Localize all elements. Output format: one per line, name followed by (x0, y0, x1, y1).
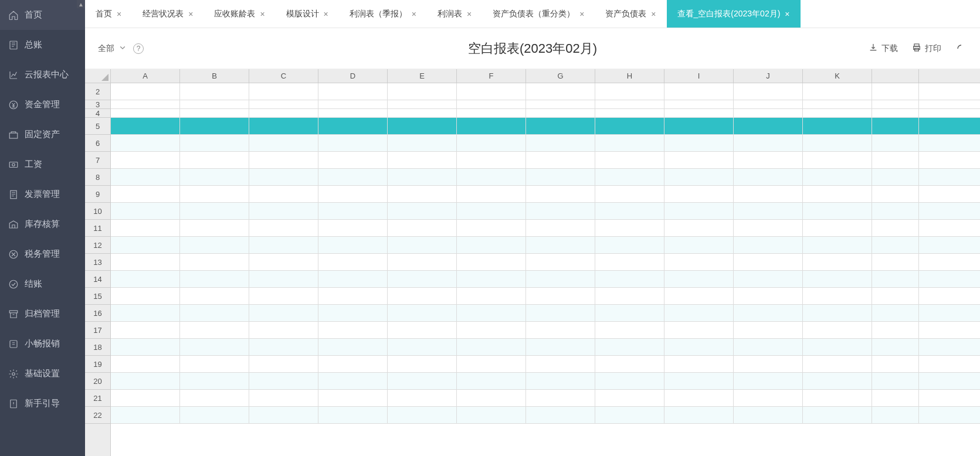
cell[interactable] (318, 83, 388, 100)
cell[interactable] (388, 288, 457, 304)
cell[interactable] (872, 339, 919, 355)
cell[interactable] (803, 203, 872, 219)
cell[interactable] (595, 135, 664, 151)
cell[interactable] (595, 203, 664, 219)
cell[interactable] (526, 254, 595, 270)
cell[interactable] (111, 254, 180, 270)
column-header[interactable] (872, 69, 919, 83)
column-header[interactable]: B (180, 69, 249, 83)
cell[interactable] (180, 322, 249, 338)
cell[interactable] (664, 135, 734, 151)
cell[interactable] (111, 407, 180, 423)
cell[interactable] (526, 356, 595, 372)
cell[interactable] (180, 288, 249, 304)
cell[interactable] (803, 288, 872, 304)
cell[interactable] (180, 254, 249, 270)
cell[interactable] (803, 254, 872, 270)
cell[interactable] (111, 322, 180, 338)
tab[interactable]: 查看_空白报表(2023年02月)× (667, 0, 801, 28)
cell[interactable] (872, 237, 919, 253)
cell[interactable] (249, 305, 318, 321)
cell[interactable] (872, 135, 919, 151)
sidebar-scroll-up[interactable]: ▲ (77, 0, 85, 8)
cell[interactable] (872, 152, 919, 168)
cell[interactable] (664, 203, 734, 219)
cell[interactable] (388, 237, 457, 253)
row-header[interactable]: 14 (85, 271, 110, 288)
cell[interactable] (595, 305, 664, 321)
cell[interactable] (526, 118, 595, 134)
cell[interactable] (111, 220, 180, 236)
cell[interactable] (180, 169, 249, 185)
cell[interactable] (388, 339, 457, 355)
cell[interactable] (526, 339, 595, 355)
cell[interactable] (111, 186, 180, 202)
cell[interactable] (249, 186, 318, 202)
cell[interactable] (526, 100, 595, 108)
cell[interactable] (249, 135, 318, 151)
cell[interactable] (457, 390, 526, 406)
row-header[interactable]: 2 (85, 83, 110, 100)
cell[interactable] (180, 118, 249, 134)
cell[interactable] (318, 254, 388, 270)
cell[interactable] (388, 220, 457, 236)
sidebar-item-ledger[interactable]: 总账 (0, 30, 85, 60)
cell[interactable] (388, 203, 457, 219)
cell[interactable] (664, 100, 734, 108)
cell[interactable] (734, 220, 803, 236)
cell[interactable] (803, 237, 872, 253)
cell[interactable] (664, 109, 734, 117)
cell[interactable] (734, 322, 803, 338)
cell[interactable] (388, 169, 457, 185)
column-header[interactable]: H (595, 69, 664, 83)
filter-dropdown[interactable]: 全部 ? (98, 43, 144, 54)
row-header[interactable]: 20 (85, 373, 110, 390)
cell[interactable] (180, 109, 249, 117)
row-header[interactable]: 22 (85, 407, 110, 424)
cell[interactable] (595, 169, 664, 185)
cell[interactable] (664, 169, 734, 185)
cell[interactable] (249, 237, 318, 253)
cell[interactable] (318, 135, 388, 151)
cell[interactable] (388, 390, 457, 406)
cell[interactable] (803, 152, 872, 168)
cell[interactable] (318, 220, 388, 236)
cell[interactable] (803, 305, 872, 321)
row-header[interactable]: 8 (85, 169, 110, 186)
refresh-icon[interactable] (955, 43, 967, 55)
cell[interactable] (249, 271, 318, 287)
cell[interactable] (318, 118, 388, 134)
cell[interactable] (249, 254, 318, 270)
print-button[interactable]: 打印 (912, 43, 941, 54)
cell[interactable] (388, 305, 457, 321)
cell[interactable] (457, 237, 526, 253)
cell[interactable] (664, 339, 734, 355)
cell[interactable] (388, 100, 457, 108)
cell[interactable] (595, 407, 664, 423)
cell[interactable] (664, 356, 734, 372)
cell[interactable] (526, 373, 595, 389)
cell[interactable] (249, 118, 318, 134)
cell[interactable] (249, 407, 318, 423)
cell[interactable] (734, 100, 803, 108)
cell[interactable] (249, 169, 318, 185)
close-icon[interactable]: × (117, 9, 121, 19)
cell[interactable] (318, 169, 388, 185)
cell[interactable] (388, 373, 457, 389)
cell[interactable] (526, 203, 595, 219)
cell[interactable] (526, 83, 595, 100)
tab[interactable]: 资产负债表（重分类）× (482, 0, 595, 28)
cell[interactable] (664, 152, 734, 168)
cell[interactable] (734, 254, 803, 270)
sidebar-item-guide[interactable]: 新手引导 (0, 389, 85, 418)
row-header[interactable]: 15 (85, 288, 110, 305)
cell[interactable] (526, 271, 595, 287)
cell[interactable] (526, 407, 595, 423)
cell[interactable] (318, 100, 388, 108)
cell[interactable] (111, 118, 180, 134)
tab[interactable]: 模版设计× (276, 0, 339, 28)
cell[interactable] (318, 322, 388, 338)
cell[interactable] (318, 373, 388, 389)
cell[interactable] (526, 109, 595, 117)
cell[interactable] (388, 109, 457, 117)
